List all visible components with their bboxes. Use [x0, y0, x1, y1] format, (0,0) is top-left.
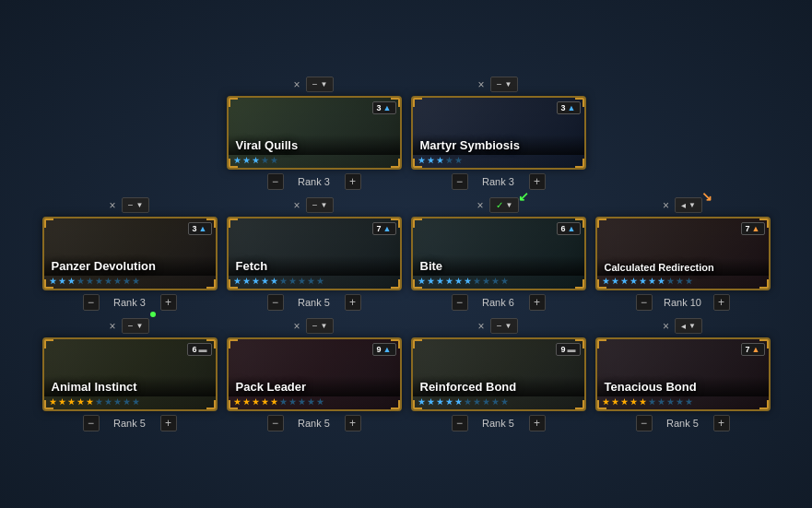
stars-pack-leader — [229, 396, 400, 409]
mod-card-bite[interactable]: 6 ▲ Bite — [411, 217, 586, 290]
mod-card-reinforced-bond[interactable]: 9 ▬ Reinforced Bond — [411, 337, 586, 411]
corner-tl — [229, 219, 238, 228]
corner-bl — [413, 400, 422, 409]
rank-increase-calculated-redirection[interactable]: + — [713, 294, 730, 311]
rank-increase-pack-leader[interactable]: + — [345, 415, 361, 431]
rank-increase-martyr-symbiosis[interactable]: + — [529, 173, 546, 190]
minus-icon-viral-quills: − — [312, 79, 318, 89]
mod-grid: × − ▼ 3 ▲ Viral Quills — [33, 67, 780, 441]
corner-br — [391, 159, 400, 168]
corner-bl — [413, 159, 422, 168]
corner-br — [575, 279, 584, 289]
close-btn-fetch[interactable]: × — [294, 200, 300, 211]
rank-decrease-reinforced-bond[interactable]: − — [452, 415, 468, 431]
rank-label-tenacious-bond: Rank 5 — [660, 418, 706, 429]
close-btn-animal-instinct[interactable]: × — [110, 321, 116, 332]
rank-increase-viral-quills[interactable]: + — [345, 173, 361, 190]
mod-control-btn-pack-leader[interactable]: − ▼ — [306, 318, 335, 334]
mod-control-btn-bite[interactable]: ✓ ▼ ↙ — [489, 197, 520, 213]
mod-control-btn-tenacious-bond[interactable]: ◂ ▼ — [675, 318, 702, 334]
rank-decrease-calculated-redirection[interactable]: − — [636, 294, 653, 311]
corner-tl — [413, 219, 422, 228]
mod-card-martyr-symbiosis[interactable]: 3 ▲ Martyr Symbiosis — [411, 96, 586, 170]
rank-decrease-fetch[interactable]: − — [267, 294, 284, 311]
mod-card-tenacious-bond[interactable]: 7 ▲ Tenacious Bond — [595, 337, 771, 411]
card-top-controls-reinforced-bond: × − ▼ — [478, 318, 519, 334]
mod-card-viral-quills[interactable]: 3 ▲ Viral Quills — [227, 96, 402, 170]
card-wrapper-animal-instinct: × − ▼ 6 ▬ Animal Instinct — [42, 318, 218, 431]
card-bottom-controls-tenacious-bond: − Rank 5 + — [636, 415, 730, 431]
rank-badge-pack-leader: 9 ▲ — [372, 343, 396, 356]
corner-br — [759, 400, 769, 409]
mod-card-fetch[interactable]: 7 ▲ Fetch — [227, 217, 402, 290]
stars-martyr-symbiosis — [413, 155, 584, 168]
mod-control-btn-reinforced-bond[interactable]: − ▼ — [490, 318, 519, 334]
rank-increase-reinforced-bond[interactable]: + — [529, 415, 546, 431]
stars-animal-instinct — [44, 396, 216, 409]
dropdown-arrow-reinforced-bond: ▼ — [504, 322, 512, 330]
rank-increase-tenacious-bond[interactable]: + — [713, 415, 730, 431]
minus-icon-fetch: − — [312, 200, 318, 210]
stars-bite — [413, 276, 584, 289]
rank-decrease-animal-instinct[interactable]: − — [83, 415, 100, 431]
mod-control-btn-fetch[interactable]: − ▼ — [306, 197, 335, 213]
mod-control-btn-animal-instinct[interactable]: − ▼ — [122, 318, 150, 334]
close-btn-reinforced-bond[interactable]: × — [478, 321, 485, 332]
card-bottom-controls-martyr-symbiosis: − Rank 3 + — [452, 173, 546, 190]
mod-control-btn-viral-quills[interactable]: − ▼ — [306, 77, 335, 92]
corner-bl — [413, 279, 422, 289]
dropdown-arrow-pack-leader: ▼ — [320, 322, 327, 330]
rank-decrease-panzer-devolution[interactable]: − — [83, 294, 100, 311]
rank-badge-viral-quills: 3 ▲ — [372, 101, 396, 114]
rank-increase-fetch[interactable]: + — [345, 294, 361, 311]
close-btn-panzer-devolution[interactable]: × — [110, 200, 116, 211]
corner-bl — [44, 400, 53, 409]
rank-badge-animal-instinct: 6 ▬ — [187, 343, 211, 356]
mod-card-calculated-redirection[interactable]: 7 ▲ Calculated Redirection — [595, 217, 771, 290]
close-btn-pack-leader[interactable]: × — [294, 321, 300, 332]
card-top-controls-panzer-devolution: × − ▼ — [110, 197, 150, 213]
mod-card-pack-leader[interactable]: 9 ▲ Pack Leader — [227, 337, 402, 411]
corner-tl — [413, 98, 422, 107]
corner-bl — [229, 159, 238, 168]
rank-decrease-martyr-symbiosis[interactable]: − — [452, 173, 468, 190]
mod-control-btn-calculated-redirection[interactable]: ◂ ▼ ↘ — [675, 197, 702, 213]
dropdown-arrow-animal-instinct: ▼ — [135, 322, 143, 330]
rank-badge-martyr-symbiosis: 3 ▲ — [557, 101, 581, 114]
minus-icon-pack-leader: − — [312, 321, 318, 331]
check-icon-bite: ✓ — [496, 200, 503, 210]
mod-name-reinforced-bond: Reinforced Bond — [413, 376, 584, 396]
rank-badge-panzer-devolution: 3 ▲ — [188, 222, 212, 235]
card-top-controls-calculated-redirection: × ◂ ▼ ↘ — [663, 197, 702, 213]
rank-increase-animal-instinct[interactable]: + — [160, 415, 177, 431]
mod-name-pack-leader: Pack Leader — [229, 376, 400, 396]
rank-decrease-pack-leader[interactable]: − — [267, 415, 284, 431]
stars-calculated-redirection — [597, 276, 769, 289]
mod-card-animal-instinct[interactable]: 6 ▬ Animal Instinct — [42, 337, 218, 411]
rank-decrease-bite[interactable]: − — [452, 294, 468, 311]
corner-br — [575, 159, 584, 168]
mod-name-bite: Bite — [413, 255, 584, 276]
rank-label-martyr-symbiosis: Rank 3 — [476, 176, 522, 187]
close-btn-martyr-symbiosis[interactable]: × — [478, 79, 485, 90]
close-btn-calculated-redirection[interactable]: × — [663, 200, 669, 211]
mod-control-btn-panzer-devolution[interactable]: − ▼ — [122, 197, 150, 213]
rank-badge-calculated-redirection: 7 ▲ — [741, 222, 765, 235]
close-btn-viral-quills[interactable]: × — [294, 79, 300, 90]
rank-decrease-tenacious-bond[interactable]: − — [636, 415, 653, 431]
mod-control-btn-martyr-symbiosis[interactable]: − ▼ — [490, 77, 519, 92]
rank-increase-bite[interactable]: + — [529, 294, 546, 311]
green-arrow-bite: ↙ — [518, 189, 529, 204]
mod-card-panzer-devolution[interactable]: 3 ▲ Panzer Devolution — [42, 217, 218, 290]
corner-tl — [44, 339, 53, 349]
minus-icon-panzer-devolution: − — [128, 200, 134, 210]
card-wrapper-martyr-symbiosis: × − ▼ 3 ▲ Martyr Symbiosis — [411, 77, 586, 190]
corner-tl — [229, 339, 238, 349]
stars-viral-quills — [229, 155, 400, 168]
rank-decrease-viral-quills[interactable]: − — [267, 173, 284, 190]
rank-increase-panzer-devolution[interactable]: + — [160, 294, 177, 311]
minus-icon-reinforced-bond: − — [497, 321, 502, 331]
close-btn-tenacious-bond[interactable]: × — [663, 321, 669, 332]
card-bottom-controls-animal-instinct: − Rank 5 + — [83, 415, 177, 431]
close-btn-bite[interactable]: × — [477, 200, 484, 211]
